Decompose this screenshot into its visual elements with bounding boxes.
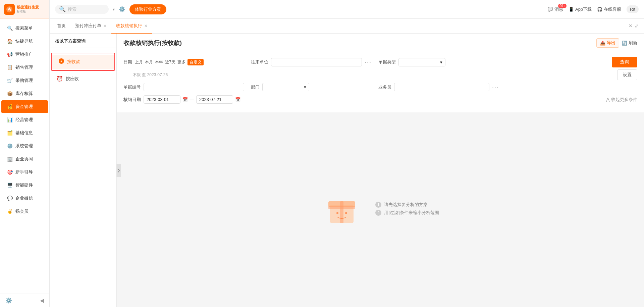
party-more-btn[interactable]: ··· <box>365 59 372 66</box>
sidebar-item-basic[interactable]: 🗂️ 基础信息 <box>1 126 48 139</box>
date-this-year[interactable]: 本年 <box>155 59 163 65</box>
sidebar-item-label: 畅会员 <box>15 208 29 214</box>
svg-rect-7 <box>328 206 355 209</box>
message-btn[interactable]: 💬 消息 99+ <box>548 6 563 12</box>
company-icon: 🏢 <box>7 156 13 162</box>
sidebar-item-inventory[interactable]: 📦 库存核算 <box>1 87 48 100</box>
sidebar-item-company[interactable]: 🏢 企业协同 <box>1 153 48 165</box>
tab-bar: 首页 预付冲应付单 ✕ 收款核销执行 ✕ ✕ ⤢ <box>50 19 644 34</box>
verify-date-to[interactable] <box>196 95 233 104</box>
search-icon: 🔍 <box>59 6 66 12</box>
receipt-filter-icon: ¥ <box>58 58 64 65</box>
sidebar-logo: 畅捷通好生意 标准版 <box>0 0 49 19</box>
solution-btn[interactable]: 体验行业方案 <box>129 4 166 14</box>
verify-date-from[interactable] <box>144 95 180 104</box>
header-search-placeholder: 搜索 <box>68 6 76 12</box>
tab-home[interactable]: 首页 <box>52 19 70 34</box>
filter-collapse-btn[interactable]: ❯ <box>116 164 121 177</box>
tab-prepay-close[interactable]: ✕ <box>103 23 107 28</box>
date-this-month[interactable]: 本月 <box>145 59 153 65</box>
sidebar-item-marketing[interactable]: 📢 营销推广 <box>1 48 48 61</box>
date-custom[interactable]: 自定义 <box>187 59 204 65</box>
collapse-chevron-icon: ⋀ <box>606 97 610 102</box>
page-title: 收款核销执行(按收款) <box>123 39 182 47</box>
doctype-label: 单据类型 <box>378 59 396 65</box>
sidebar-item-label: 基础信息 <box>15 130 33 136</box>
empty-num-1: 1 <box>375 202 381 208</box>
sidebar-item-system[interactable]: ⚙️ 系统管理 <box>1 140 48 152</box>
header-dropdown-icon[interactable]: ▾ <box>113 7 115 12</box>
sidebar-item-wechat[interactable]: 💬 企业微信 <box>1 192 48 205</box>
empty-hint-2: 2 用[过滤]条件来缩小分析范围 <box>375 210 439 216</box>
sidebar-item-label: 经营管理 <box>15 117 33 123</box>
window-close-icon[interactable]: ✕ <box>629 23 633 29</box>
doctype-field: 单据类型 ▾ <box>378 58 499 66</box>
sidebar-item-member[interactable]: ✌️ 畅会员 <box>1 205 48 218</box>
sidebar-item-finance[interactable]: 💰 资金管理 <box>1 100 48 113</box>
filter-by-receipt-label: 按收款 <box>67 59 80 65</box>
date-more[interactable]: 更多 <box>177 59 185 65</box>
header-gear-icon[interactable]: ⚙️ <box>119 6 125 12</box>
tab-receipt-close[interactable]: ✕ <box>144 23 148 28</box>
date-7days[interactable]: 近7天 <box>165 59 175 65</box>
window-expand-icon[interactable]: ⤢ <box>635 23 639 29</box>
sidebar-item-ops[interactable]: 📊 经营管理 <box>1 113 48 126</box>
verify-date-to-icon[interactable]: 📅 <box>235 97 240 102</box>
sidebar-item-quicknav[interactable]: 🏠 快捷导航 <box>1 35 48 48</box>
empty-state: 1 请先选择要分析的方案 2 用[过滤]条件来缩小分析范围 <box>117 112 644 307</box>
purchase-icon: 🛒 <box>7 78 13 83</box>
sidebar-item-sales[interactable]: 📋 销售管理 <box>1 61 48 74</box>
tab-receipt-verify[interactable]: 收款核销执行 ✕ <box>111 19 152 34</box>
doctype-select[interactable]: ▾ <box>398 58 445 66</box>
online-service-btn[interactable]: 🎧 在线客服 <box>597 6 621 12</box>
query-btn[interactable]: 查询 <box>612 57 637 67</box>
settings-bottom-icon[interactable]: ⚙️ <box>5 297 12 304</box>
date-nolimit: 不限 至 2023-07-26 <box>133 72 168 78</box>
user-avatar[interactable]: Rit <box>627 5 639 13</box>
sidebar-item-label: 资金管理 <box>15 104 33 110</box>
refresh-btn[interactable]: 🔄 刷新 <box>622 40 637 46</box>
logo-name: 畅捷通好生意 <box>17 5 39 9</box>
collapse-more-btn[interactable]: ⋀ 收起更多条件 <box>606 97 637 103</box>
top-header: 🔍 搜索 ▾ ⚙️ 体验行业方案 💬 消息 99+ 📱 App下载 🎧 在线客服… <box>50 0 644 19</box>
verify-date-group: 📅 — 📅 <box>144 95 240 104</box>
filter-items: ¥ 按收款 ⏰ 按应收 <box>50 48 116 89</box>
party-input[interactable] <box>271 58 362 66</box>
system-icon: ⚙️ <box>7 143 13 149</box>
staff-more-btn[interactable]: ··· <box>492 84 499 91</box>
query-row-2: 单据编号 部门 ▾ 业务员 ··· <box>123 83 637 91</box>
receivable-filter-icon: ⏰ <box>56 75 63 82</box>
sidebar-item-label: 新手引导 <box>15 169 33 175</box>
empty-content: 1 请先选择要分析的方案 2 用[过滤]条件来缩小分析范围 <box>322 193 439 226</box>
staff-input[interactable] <box>394 83 489 91</box>
home-icon: 🏠 <box>7 39 13 44</box>
sidebar-collapse-icon[interactable]: ◀ <box>40 297 44 304</box>
doctype-chevron-icon: ▾ <box>440 60 442 65</box>
sidebar-bottom: ⚙️ ◀ <box>0 294 49 307</box>
export-btn[interactable]: 📤 导出 <box>596 38 619 48</box>
sidebar-item-hardware[interactable]: 🖥️ 智能硬件 <box>1 179 48 192</box>
date-last-month[interactable]: 上月 <box>135 59 143 65</box>
app-download-btn[interactable]: 📱 App下载 <box>569 6 592 12</box>
docno-input[interactable] <box>144 83 244 91</box>
sidebar-item-newbie[interactable]: 🎯 新手引导 <box>1 166 48 178</box>
query-form: 日期 上月 本月 本年 近7天 更多 自定义 往来单位 ··· <box>117 52 644 112</box>
action-buttons: 查询 <box>612 57 637 67</box>
member-icon: ✌️ <box>7 209 13 214</box>
sidebar-item-label: 搜索菜单 <box>15 25 33 31</box>
sidebar-item-search[interactable]: 🔍 搜索菜单 <box>1 22 48 35</box>
tab-prepay[interactable]: 预付冲应付单 ✕ <box>70 19 111 34</box>
empty-illustration <box>322 193 362 226</box>
verify-date-from-icon[interactable]: 📅 <box>182 97 188 102</box>
query-row-3: 核销日期 📅 — 📅 ⋀ 收起更多条件 <box>123 95 637 104</box>
filter-by-receivable[interactable]: ⏰ 按应收 <box>50 72 116 85</box>
filter-by-receipt[interactable]: ¥ 按收款 <box>52 55 114 69</box>
dept-select[interactable]: ▾ <box>262 83 309 91</box>
sidebar-item-purchase[interactable]: 🛒 采购管理 <box>1 74 48 87</box>
content-area: 按以下方案查询 ¥ 按收款 ⏰ 按应收 <box>50 34 644 307</box>
header-search-area[interactable]: 🔍 搜索 <box>55 5 109 14</box>
search-menu-icon: 🔍 <box>7 25 13 31</box>
settings-btn[interactable]: 设置 <box>617 69 637 80</box>
logo-sub: 标准版 <box>17 9 39 14</box>
svg-point-1 <box>9 7 10 9</box>
